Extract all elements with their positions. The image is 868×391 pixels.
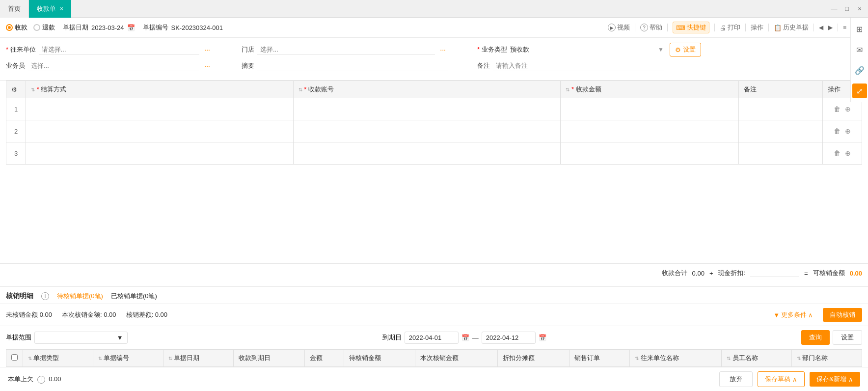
form-row-1: 往来单位 ··· 门店 ··· 业务类型 预收款 ▼ ⚙ 设置 <box>6 43 862 56</box>
th-settings[interactable]: ⚙ <box>6 81 26 98</box>
query-button[interactable]: 查询 <box>801 330 830 345</box>
save-draft-button[interactable]: 保存草稿 ∧ <box>758 371 805 387</box>
amount-cell-1[interactable] <box>561 98 739 120</box>
summary-input[interactable] <box>257 60 448 71</box>
bottom-table-header: ⇅ 单据类型 ⇅ 单据编号 ⇅ 单据日期 收款到期日 <box>6 350 862 367</box>
remark-cell-1[interactable] <box>739 98 823 120</box>
range-select[interactable]: ▼ <box>34 332 128 344</box>
table-row: 3 🗑 ⊕ <box>6 142 862 165</box>
copy-icon-1[interactable]: ⊕ <box>845 105 851 113</box>
business-type-field: 业务类型 预收款 ▼ <box>477 45 664 54</box>
shop-input[interactable] <box>257 44 435 55</box>
close-button[interactable]: × <box>855 4 864 13</box>
refund-radio[interactable]: 退款 <box>33 23 55 32</box>
copy-icon-2[interactable]: ⊕ <box>845 127 851 135</box>
minimize-button[interactable]: — <box>830 4 839 13</box>
receipt-table: ⚙ ⇅ 结算方式 ⇅ 收款账号 ⇅ 收款金额 备注 <box>6 81 862 165</box>
account-cell-2[interactable] <box>293 120 561 142</box>
delete-icon-3[interactable]: 🗑 <box>834 149 841 157</box>
number-field: 单据编号 SK-20230324-001 <box>143 23 223 32</box>
settle-cell-2[interactable] <box>26 120 294 142</box>
receipt-radio[interactable]: 收款 <box>6 23 27 32</box>
remark-input[interactable] <box>493 60 664 71</box>
shortcut-label: 快捷键 <box>687 23 706 32</box>
list-view[interactable]: ≡ <box>843 24 846 31</box>
staff-label: 业务员 <box>6 61 25 70</box>
tab-home-label: 首页 <box>8 4 21 13</box>
equals-sign: = <box>804 270 808 277</box>
save-new-button[interactable]: 保存&新增 ∧ <box>810 372 860 387</box>
toolbar-actions: ▶ 视频 ? 帮助 ⌨ 快捷键 🖨 打印 操作 <box>608 22 862 33</box>
video-label: 视频 <box>617 23 630 32</box>
th-amount: ⇅ 收款金额 <box>561 81 739 98</box>
tab-receipt[interactable]: 收款单 × <box>29 0 71 18</box>
sidebar-table-icon[interactable]: ⊞ <box>852 22 867 36</box>
abandon-button[interactable]: 放弃 <box>719 371 753 387</box>
date-end-input[interactable] <box>482 332 536 344</box>
nav-prev[interactable]: ◀ <box>819 24 823 31</box>
this-order-info-icon[interactable]: i <box>37 376 45 384</box>
due-label: 到期日 <box>382 333 402 342</box>
settle-cell-1[interactable] <box>26 98 294 120</box>
filter-settings-button[interactable]: 设置 <box>833 330 862 345</box>
video-action[interactable]: ▶ 视频 <box>608 23 630 32</box>
delete-icon-2[interactable]: 🗑 <box>834 127 841 135</box>
date-start-input[interactable] <box>405 332 459 344</box>
sidebar-expand-icon[interactable]: ⤢ <box>852 84 867 98</box>
account-cell-1[interactable] <box>293 98 561 120</box>
hexiao-info-row: 未核销金额 0.00 本次核销金额: 0.00 核销差额: 0.00 ▼ 更多条… <box>0 304 868 326</box>
remark-cell-2[interactable] <box>739 120 823 142</box>
save-draft-chevron-icon: ∧ <box>792 376 797 383</box>
more-conditions-btn[interactable]: ▼ 更多条件 ∧ <box>773 310 813 319</box>
bth-checkbox[interactable] <box>6 350 23 367</box>
nav-next[interactable]: ▶ <box>828 24 833 31</box>
settle-cell-3[interactable] <box>26 142 294 165</box>
auto-cancel-btn[interactable]: 自动核销 <box>823 308 862 322</box>
account-cell-3[interactable] <box>293 142 561 165</box>
help-action[interactable]: ? 帮助 <box>640 23 662 32</box>
bth-type: ⇅ 单据类型 <box>23 350 93 367</box>
tab-home[interactable]: 首页 <box>0 0 29 18</box>
done-tab[interactable]: 已核销单据(0笔) <box>111 292 157 301</box>
maximize-icon: □ <box>845 5 849 12</box>
maximize-button[interactable]: □ <box>842 4 851 13</box>
staff-input[interactable] <box>28 60 199 71</box>
divider6 <box>814 24 814 31</box>
pending-tab[interactable]: 待核销单据(0笔) <box>57 292 103 301</box>
summary-row: 收款合计 0.00 + 现金折扣: = 可核销金额 0.00 <box>0 263 868 282</box>
calendar-icon-end[interactable]: 📅 <box>539 334 546 341</box>
partner-more-btn[interactable]: ··· <box>202 46 212 54</box>
hexiao-info-icon[interactable]: i <box>41 292 49 300</box>
table-row: 1 🗑 ⊕ <box>6 98 862 120</box>
hexiao-section: 核销明细 i 待核销单据(0笔) 已核销单据(0笔) 未核销金额 0.00 本次… <box>0 286 868 367</box>
refund-radio-label: 退款 <box>42 23 55 32</box>
discount-input[interactable] <box>750 269 799 277</box>
date-label: 单据日期 <box>63 23 88 32</box>
remark-cell-3[interactable] <box>739 142 823 165</box>
delete-icon-1[interactable]: 🗑 <box>834 105 841 113</box>
partner-field: 往来单位 ··· <box>6 44 212 55</box>
bth-pending: 待核销金额 <box>344 350 415 367</box>
history-action[interactable]: 📋 历史单据 <box>774 23 809 32</box>
amount-cell-2[interactable] <box>561 120 739 142</box>
print-action[interactable]: 🖨 打印 <box>720 23 740 32</box>
copy-icon-3[interactable]: ⊕ <box>845 149 851 157</box>
staff-more-btn[interactable]: ··· <box>202 62 212 70</box>
select-all-checkbox[interactable] <box>11 354 18 361</box>
settings-button[interactable]: ⚙ 设置 <box>670 43 701 56</box>
shop-more-btn[interactable]: ··· <box>438 46 448 54</box>
sidebar-link-icon[interactable]: 🔗 <box>852 63 867 78</box>
save-draft-label: 保存草稿 <box>765 375 790 384</box>
business-chevron-icon[interactable]: ▼ <box>658 46 664 53</box>
available-value: 0.00 <box>850 270 862 277</box>
amount-cell-3[interactable] <box>561 142 739 165</box>
tab-receipt-close[interactable]: × <box>60 5 63 12</box>
calendar-icon-start[interactable]: 📅 <box>461 334 469 341</box>
date-dash: — <box>472 334 479 341</box>
shortcut-action[interactable]: ⌨ 快捷键 <box>673 22 709 33</box>
operation-action[interactable]: 操作 <box>751 23 763 32</box>
sidebar-mail-icon[interactable]: ✉ <box>852 42 867 57</box>
divider3 <box>714 24 715 31</box>
partner-input[interactable] <box>39 44 200 55</box>
calendar-icon[interactable]: 📅 <box>127 24 135 31</box>
